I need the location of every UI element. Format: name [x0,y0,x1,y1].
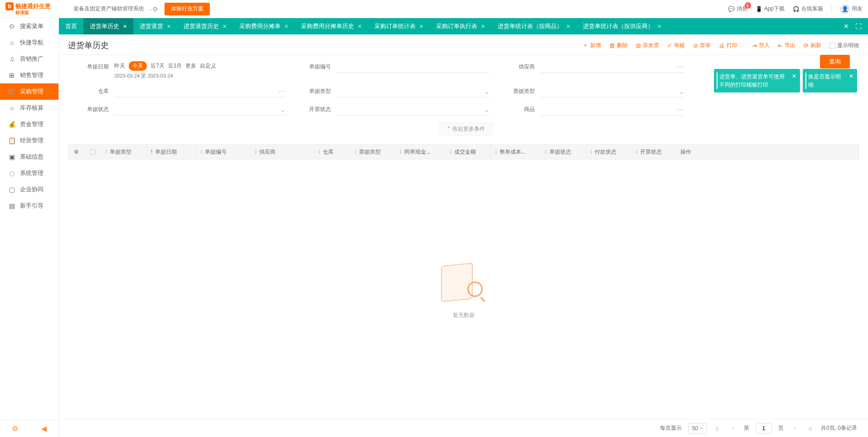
tab-close-icon[interactable]: ✕ [223,24,227,29]
tooltip-close-icon[interactable]: ✕ [849,72,853,80]
system-selector[interactable]: 装备及固定资产辅助管理系统 ⌄ [73,5,152,13]
column-header-8[interactable]: ▲▼整单成本... [491,145,541,159]
page-input[interactable] [756,423,772,434]
refresh-button[interactable]: ⟳刷新 [804,42,821,49]
app-download-button[interactable]: 📱 App下载 [756,5,785,13]
column-header-6[interactable]: ▲▼同单现金... [396,145,446,159]
column-header-11[interactable]: ▲▼开票状态 [631,145,677,159]
tab-1[interactable]: 进货单历史✕ [83,18,133,34]
column-header-3[interactable]: ▲▼供应商 [251,145,314,159]
date-pill-3[interactable]: 近1月 [168,62,182,70]
date-pill-0[interactable]: 昨天 [114,62,125,70]
sidebar-item-4[interactable]: 🛒采购管理 [0,83,58,100]
warehouse-input[interactable]: ⋯ [114,86,286,97]
search-button[interactable]: 查询 [820,55,850,68]
try-industry-plan-button[interactable]: 体验行业方案 [165,3,210,15]
sidebar-item-11[interactable]: ▤新手引导 [0,198,58,214]
product-input[interactable]: ⋯ [540,104,684,116]
sidebar-item-0[interactable]: ⊙搜索菜单 [0,18,58,34]
tab-6[interactable]: 采购订单统计表✕ [368,18,430,34]
tab-close-icon[interactable]: ✕ [167,24,171,29]
doc-no-input[interactable] [336,61,490,73]
tab-close-icon[interactable]: ✕ [566,24,570,29]
delete-button[interactable]: 🗑删除 [609,42,628,49]
sidebar-item-9[interactable]: ◌系统管理 [0,165,58,181]
supplier-input[interactable]: ⋯ [540,61,684,73]
sidebar-item-5[interactable]: ⌂库存核算 [0,100,58,116]
tab-close-icon[interactable]: ✕ [657,24,661,29]
tab-8[interactable]: 进货单统计表（按商品）✕ [491,18,577,34]
select-all-checkbox[interactable] [90,149,96,155]
tooltip-print-template: 进货单、进货退货单可使用不同的打印模板打印 ✕ [714,69,800,92]
next-page-button[interactable]: › [790,424,799,433]
add-button[interactable]: ＋新增 [582,41,601,49]
checkbox-icon [829,43,835,49]
online-service-button[interactable]: 🎧 在线客服 [793,5,823,13]
sidebar-item-1[interactable]: ⌂快捷导航 [0,34,58,51]
column-header-5[interactable]: ▲▼票据类型 [350,145,396,159]
fullscreen-icon[interactable]: ⛶ [855,23,862,30]
first-page-button[interactable]: |‹ [713,424,722,433]
tab-9[interactable]: 进货单统计表（按供应商）✕ [577,18,668,34]
collapse-sidebar-icon[interactable]: ◀ [41,424,47,433]
add-invoice-button[interactable]: ⊞添发票 [636,42,659,49]
column-header-0[interactable]: ▲▼单据类型 [101,145,146,159]
tab-4[interactable]: 采购费用分摊单✕ [233,18,295,34]
plus-icon: ＋ [582,41,588,49]
column-settings-icon[interactable]: ⚙ [74,149,79,155]
settings-icon[interactable]: ⚙ [12,424,18,433]
import-button[interactable]: ⇥导入 [752,42,770,49]
tip2-text: 换是否显示明细 [808,73,841,88]
collapse-filters-button[interactable]: ⌃ 收起更多条件 [439,122,493,136]
collapse-label: 收起更多条件 [452,126,485,132]
tab-label: 进货单统计表（按供应商） [583,22,654,30]
tab-close-icon[interactable]: ✕ [123,24,127,29]
tab-5[interactable]: 采购费用分摊单历史✕ [295,18,368,34]
doc-type-select[interactable]: ⌄ [336,86,490,97]
tab-close-icon[interactable]: ✕ [481,24,485,29]
doc-status-select[interactable]: ⌄ [114,104,286,116]
unaudit-button[interactable]: ⊘弃审 [693,42,711,49]
tab-3[interactable]: 进货退货历史✕ [177,18,233,34]
column-header-1[interactable]: ▲▼单据日期 [146,145,196,159]
date-pill-5[interactable]: 自定义 [200,62,216,70]
tab-close-icon[interactable]: ✕ [419,24,423,29]
tab-0[interactable]: 首页 [59,18,83,34]
sidebar-item-2[interactable]: ♫营销推广 [0,51,58,67]
sidebar-item-8[interactable]: ▣基础信息 [0,149,58,165]
sidebar-item-7[interactable]: 📋经营管理 [0,132,58,149]
tab-close-icon[interactable]: ✕ [284,24,288,29]
column-header-9[interactable]: ▲▼单据状态 [541,145,586,159]
sidebar-item-6[interactable]: 💰资金管理 [0,116,58,132]
tab-close-all-icon[interactable]: ✕ [844,23,849,30]
sidebar-item-3[interactable]: ⊞销售管理 [0,67,58,83]
column-label: 操作 [680,148,691,156]
print-button[interactable]: 🖨打印⌄ [719,42,744,49]
date-pill-1[interactable]: 今天 [129,61,147,71]
settings-gear-icon[interactable]: ⚙ [152,5,158,13]
date-pill-4[interactable]: 更多 [185,62,196,70]
tab-7[interactable]: 采购订单执行表✕ [430,18,491,34]
audit-button[interactable]: ✓审核 [667,42,685,49]
sidebar-item-10[interactable]: ▢企业协同 [0,181,58,198]
column-header-12[interactable]: 操作 [677,145,695,159]
date-pill-2[interactable]: 近7天 [150,62,165,70]
user-menu[interactable]: 👤 用友 [840,4,863,14]
show-detail-toggle[interactable]: 显示明细 [829,42,859,49]
column-header-7[interactable]: ▲▼成交金额 [446,145,491,159]
export-button[interactable]: ⇤导出 [778,42,795,49]
column-header-4[interactable]: ▲▼仓库 [314,145,350,159]
tooltip-close-icon[interactable]: ✕ [792,72,796,80]
prev-page-button[interactable]: ‹ [728,424,737,433]
column-header-2[interactable]: ▲▼单据编号 [196,145,251,159]
messages-button[interactable]: 💬 消息 6 [728,5,747,13]
tab-2[interactable]: 进货退货✕ [133,18,177,34]
column-header-10[interactable]: ▲▼付款状态 [586,145,631,159]
per-page-select[interactable]: 50 [688,423,707,434]
brand: b 畅捷通好生意 标准版 [5,2,64,16]
show-detail-label: 显示明细 [837,42,859,49]
tab-close-icon[interactable]: ✕ [358,24,362,29]
invoice-type-select[interactable]: ⌄ [540,86,684,97]
last-page-button[interactable]: ›| [805,424,815,433]
invoice-status-select[interactable]: ⌄ [336,104,490,116]
